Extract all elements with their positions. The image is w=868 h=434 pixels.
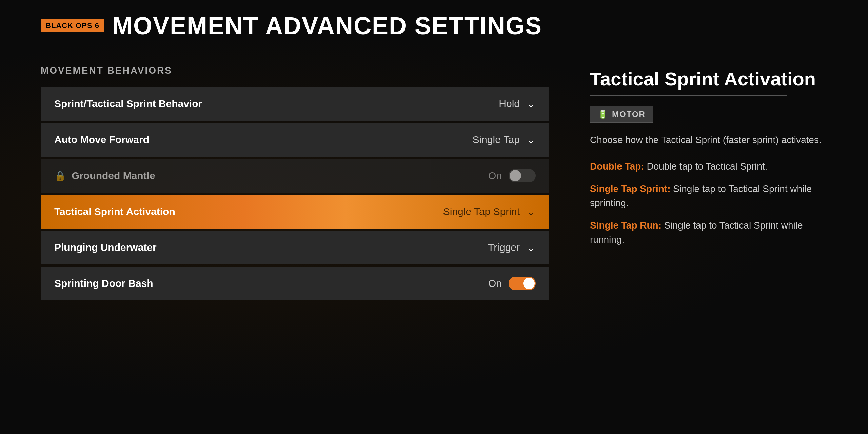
left-panel: MOVEMENT BEHAVIORS Sprint/Tactical Sprin… <box>41 65 549 300</box>
setting-name-grounded-mantle: 🔒 Grounded Mantle <box>54 170 407 181</box>
setting-value-grounded-mantle: On <box>407 169 536 182</box>
chevron-icon-auto-move: ⌄ <box>527 133 536 146</box>
setting-name-auto-move-forward: Auto Move Forward <box>54 134 407 145</box>
setting-row-plunging-underwater[interactable]: Plunging Underwater Trigger ⌄ <box>41 231 549 264</box>
header: BLACK OPS 6 MOVEMENT ADVANCED SETTINGS <box>41 14 827 38</box>
motor-icon: 🔋 <box>598 110 609 119</box>
setting-value-plunging-underwater: Trigger ⌄ <box>407 241 536 254</box>
game-logo: BLACK OPS 6 <box>41 19 104 32</box>
page-title: MOVEMENT ADVANCED SETTINGS <box>112 14 542 38</box>
right-panel: Tactical Sprint Activation 🔋 MOTOR Choos… <box>590 65 827 255</box>
detail-option-1: Single Tap Sprint: Single tap to Tactica… <box>590 182 827 210</box>
chevron-icon-plunging: ⌄ <box>527 241 536 254</box>
option-text-0: Double tap to Tactical Sprint. <box>644 161 768 172</box>
detail-option-2: Single Tap Run: Single tap to Tactical S… <box>590 218 827 247</box>
option-label-0: Double Tap: <box>590 161 644 172</box>
motor-badge: 🔋 MOTOR <box>590 106 653 123</box>
logo-line1: BLACK OPS 6 <box>45 22 99 29</box>
setting-value-sprinting-door-bash: On <box>407 277 536 290</box>
chevron-icon-sprint-behavior: ⌄ <box>527 97 536 110</box>
toggle-knob-sprinting-door-bash <box>523 278 535 289</box>
option-label-1: Single Tap Sprint: <box>590 183 670 194</box>
detail-description: Choose how the Tactical Sprint (faster s… <box>590 133 827 147</box>
setting-row-auto-move-forward[interactable]: Auto Move Forward Single Tap ⌄ <box>41 123 549 157</box>
setting-row-tactical-sprint[interactable]: Tactical Sprint Activation Single Tap Sp… <box>41 195 549 229</box>
setting-value-tactical-sprint: Single Tap Sprint ⌄ <box>407 205 536 218</box>
settings-list: Sprint/Tactical Sprint Behavior Hold ⌄ A… <box>41 87 549 300</box>
setting-name-sprint-behavior: Sprint/Tactical Sprint Behavior <box>54 98 407 110</box>
toggle-knob-grounded-mantle <box>510 170 521 181</box>
detail-title: Tactical Sprint Activation <box>590 68 827 90</box>
main-content: MOVEMENT BEHAVIORS Sprint/Tactical Sprin… <box>41 65 827 300</box>
setting-row-grounded-mantle: 🔒 Grounded Mantle On <box>41 159 549 193</box>
setting-value-auto-move-forward: Single Tap ⌄ <box>407 133 536 146</box>
toggle-grounded-mantle <box>509 169 536 182</box>
setting-name-tactical-sprint: Tactical Sprint Activation <box>54 206 407 217</box>
toggle-sprinting-door-bash[interactable] <box>509 277 536 290</box>
setting-row-sprinting-door-bash[interactable]: Sprinting Door Bash On <box>41 267 549 300</box>
section-divider <box>41 83 549 83</box>
setting-row-sprint-behavior[interactable]: Sprint/Tactical Sprint Behavior Hold ⌄ <box>41 87 549 121</box>
chevron-icon-tactical-sprint: ⌄ <box>527 205 536 218</box>
section-label: MOVEMENT BEHAVIORS <box>41 65 549 76</box>
setting-name-plunging-underwater: Plunging Underwater <box>54 242 407 253</box>
option-label-2: Single Tap Run: <box>590 220 662 231</box>
motor-badge-label: MOTOR <box>612 110 646 119</box>
lock-icon: 🔒 <box>54 170 66 181</box>
detail-option-0: Double Tap: Double tap to Tactical Sprin… <box>590 159 827 174</box>
setting-value-sprint-behavior: Hold ⌄ <box>407 97 536 110</box>
setting-name-sprinting-door-bash: Sprinting Door Bash <box>54 278 407 289</box>
detail-title-underline <box>590 95 787 96</box>
